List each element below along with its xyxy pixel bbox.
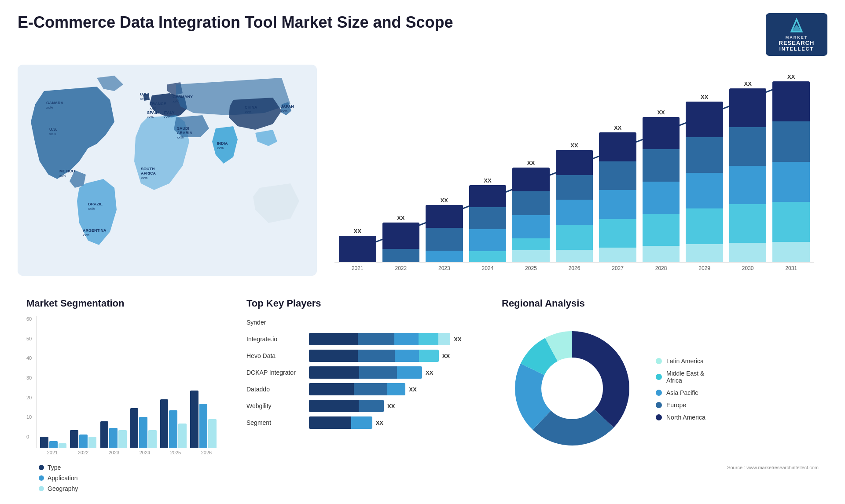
seg-bar-app-2025 [169, 410, 177, 448]
player-integrate-name: Integrate.io [246, 336, 304, 343]
player-webgility-name: Webgility [246, 402, 304, 409]
player-dataddo-name: Dataddo [246, 386, 304, 393]
legend-europe-dot [656, 402, 662, 408]
player-hevo-val: XX [442, 353, 450, 359]
bar-value-2024: XX [484, 177, 491, 184]
player-segment: Segment XX [246, 416, 475, 429]
svg-text:xx%: xx% [164, 115, 170, 119]
growth-bar-chart: XX XX XX [326, 65, 827, 276]
logo-line1: MARKET [786, 35, 808, 40]
legend-na-dot [656, 414, 662, 420]
world-map: CANADA xx% U.S. xx% MEXICO xx% BRAZIL xx… [18, 65, 317, 276]
seg-bar-geo-2025 [178, 424, 187, 448]
player-webgility-bar [309, 400, 384, 412]
bar-value-2027: XX [614, 124, 621, 131]
legend-na-label: North America [666, 414, 705, 421]
bar-value-2029: XX [701, 94, 708, 100]
legend-mea-label: Middle East &Africa [666, 370, 704, 384]
seg-bar-geo-2021 [59, 443, 67, 448]
key-players-title: Top Key Players [246, 298, 475, 309]
legend-app-label: Application [48, 475, 78, 482]
bar-value-2026: XX [570, 142, 578, 149]
svg-text:ARABIA: ARABIA [177, 131, 192, 135]
svg-text:CANADA: CANADA [46, 101, 63, 105]
svg-text:SOUTH: SOUTH [141, 167, 155, 171]
seg-bar-geo-2022 [88, 437, 97, 448]
regional-title: Regional Analysis [502, 298, 819, 309]
seg-bar-geo-2023 [118, 430, 127, 448]
seg-bar-app-2026 [199, 404, 208, 448]
legend-europe: Europe [656, 402, 705, 409]
legend-europe-label: Europe [666, 402, 686, 409]
svg-text:CHINA: CHINA [245, 105, 257, 110]
bar-value-2023: XX [441, 197, 448, 204]
player-dckap-val: XX [426, 369, 433, 376]
market-seg-title: Market Segmentation [26, 298, 220, 309]
legend-middle-east: Middle East &Africa [656, 370, 705, 384]
seg-bar-geo-2026 [208, 419, 217, 448]
svg-text:xx%: xx% [147, 115, 154, 119]
svg-text:xx%: xx% [173, 99, 179, 103]
player-segment-name: Segment [246, 419, 304, 426]
logo-line3: INTELLECT [779, 46, 814, 51]
legend-apac-label: Asia Pacific [666, 389, 698, 396]
player-synder: Synder [246, 316, 475, 329]
x-label-2025: 2025 [512, 265, 550, 271]
bar-value-2021: XX [354, 228, 361, 234]
player-webgility-val: XX [387, 403, 395, 409]
donut-chart-area: Latin America Middle East &Africa Asia P… [502, 318, 819, 460]
seg-bar-type-2022 [70, 430, 78, 448]
x-label-2030: 2030 [729, 265, 767, 271]
page-title: E-Commerce Data Integration Tool Market … [18, 13, 453, 32]
bar-value-2031: XX [787, 73, 795, 80]
svg-text:xx%: xx% [245, 110, 251, 114]
header: E-Commerce Data Integration Tool Market … [18, 13, 827, 56]
legend-type: Type [39, 464, 220, 471]
svg-text:AFRICA: AFRICA [141, 171, 156, 175]
donut-svg-wrapper [502, 318, 643, 460]
legend-geography: Geography [39, 485, 220, 492]
player-segment-bar [309, 416, 372, 429]
logo-line2: RESEARCH [779, 40, 815, 46]
legend-geo-label: Geography [48, 485, 78, 492]
svg-text:U.S.: U.S. [49, 127, 57, 131]
x-label-2029: 2029 [686, 265, 723, 271]
logo-icon [788, 18, 805, 33]
legend-latin-label: Latin America [666, 358, 704, 365]
svg-text:xx%: xx% [88, 207, 95, 211]
svg-text:xx%: xx% [177, 135, 184, 139]
source-text: Source : www.marketresearchintellect.com [502, 465, 819, 470]
player-webgility: Webgility XX [246, 400, 475, 412]
player-integrate-val: XX [454, 336, 461, 343]
player-hevo-name: Hevo Data [246, 352, 304, 359]
player-hevo: Hevo Data XX [246, 350, 475, 362]
logo: MARKET RESEARCH INTELLECT [766, 13, 827, 56]
svg-text:xx%: xx% [49, 132, 56, 136]
svg-text:ARGENTINA: ARGENTINA [83, 228, 107, 233]
legend-type-dot [39, 465, 44, 470]
legend-apac-dot [656, 390, 662, 396]
player-dataddo-val: XX [409, 386, 416, 393]
player-dckap-bar [309, 366, 422, 379]
svg-text:JAPAN: JAPAN [281, 104, 294, 109]
legend-application: Application [39, 475, 220, 482]
donut-chart-svg [502, 318, 643, 459]
donut-legend: Latin America Middle East &Africa Asia P… [656, 358, 705, 421]
svg-text:GERMANY: GERMANY [173, 95, 193, 99]
legend-latin-america: Latin America [656, 358, 705, 365]
seg-bar-type-2024 [130, 408, 139, 448]
player-synder-name: Synder [246, 319, 304, 326]
legend-asia-pacific: Asia Pacific [656, 389, 705, 396]
svg-text:MEXICO: MEXICO [59, 169, 75, 173]
seg-bar-type-2023 [100, 421, 109, 448]
legend-geo-dot [39, 486, 44, 491]
svg-text:FRANCE: FRANCE [150, 102, 166, 106]
players-list: Synder Integrate.io XX [246, 316, 475, 429]
bar-value-2022: XX [397, 215, 404, 221]
bar-value-2025: XX [527, 160, 535, 166]
x-label-2028: 2028 [643, 265, 680, 271]
legend-latin-dot [656, 358, 662, 364]
svg-text:xx%: xx% [281, 109, 287, 113]
player-hevo-bar [309, 350, 439, 362]
bar-value-2028: XX [657, 109, 665, 116]
